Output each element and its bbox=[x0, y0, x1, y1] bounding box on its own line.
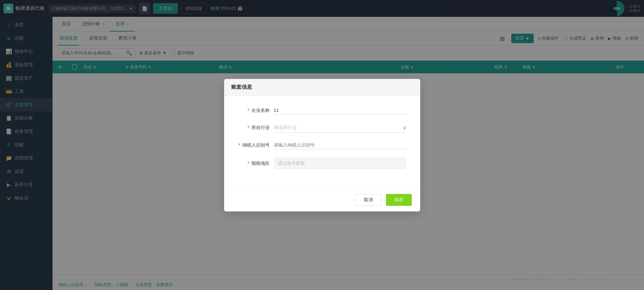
tax-id-input[interactable] bbox=[274, 141, 406, 149]
industry-required: * bbox=[248, 125, 249, 130]
save-button[interactable]: 保存 bbox=[386, 194, 412, 206]
tax-id-row: * 纳税人识别号 bbox=[238, 141, 406, 149]
tax-region-placeholder: 通过税号获取 bbox=[278, 161, 305, 166]
dialog-title: 账套信息 bbox=[231, 84, 252, 90]
modal-overlay: 账套信息 * 企业名称 * 所在行业 请选择行业 ∨ bbox=[0, 0, 644, 290]
dialog-footer: 取消 保存 bbox=[224, 188, 420, 211]
tax-region-required: * bbox=[248, 161, 249, 166]
tax-region-label: * 报税地区 bbox=[238, 160, 270, 167]
company-name-label: * 企业名称 bbox=[238, 107, 270, 114]
tax-region-input: 通过税号获取 bbox=[274, 158, 406, 169]
industry-select[interactable]: 请选择行业 ∨ bbox=[274, 123, 406, 133]
company-name-required: * bbox=[248, 108, 249, 113]
company-name-row: * 企业名称 bbox=[238, 106, 406, 115]
tax-id-label: * 纳税人识别号 bbox=[238, 142, 270, 148]
industry-row: * 所在行业 请选择行业 ∨ bbox=[238, 123, 406, 133]
industry-placeholder: 请选择行业 bbox=[274, 124, 297, 131]
company-name-input[interactable] bbox=[274, 106, 406, 115]
cancel-button[interactable]: 取消 bbox=[355, 194, 382, 206]
dialog-body: * 企业名称 * 所在行业 请选择行业 ∨ * bbox=[224, 96, 420, 188]
account-info-dialog: 账套信息 * 企业名称 * 所在行业 请选择行业 ∨ bbox=[224, 79, 420, 211]
tax-id-required: * bbox=[238, 142, 240, 148]
tax-region-row: * 报税地区 通过税号获取 bbox=[238, 158, 406, 169]
industry-label: * 所在行业 bbox=[238, 124, 270, 131]
industry-dropdown-arrow: ∨ bbox=[403, 125, 406, 130]
dialog-header: 账套信息 bbox=[224, 79, 420, 96]
